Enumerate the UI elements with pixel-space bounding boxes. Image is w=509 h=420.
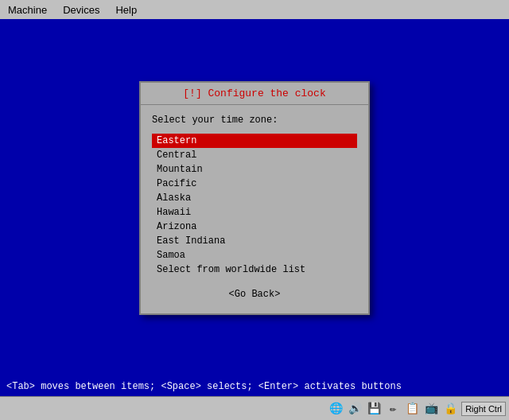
taskbar-icon-3[interactable]: 💾: [366, 401, 382, 417]
taskbar-icon-6[interactable]: 📺: [423, 401, 439, 417]
dialog-title: [!] Configure the clock: [141, 83, 368, 105]
taskbar-icon-4[interactable]: ✏️: [385, 401, 401, 417]
menubar: Machine Devices Help: [0, 0, 509, 19]
taskbar: 🌐 🔊 💾 ✏️ 📋 📺 🔒 Right Ctrl: [0, 396, 509, 420]
taskbar-icon-2[interactable]: 🔊: [347, 401, 363, 417]
taskbar-icon-5[interactable]: 📋: [404, 401, 420, 417]
menu-help[interactable]: Help: [111, 2, 142, 18]
timezone-item-2[interactable]: Mountain: [152, 162, 357, 177]
timezone-item-0[interactable]: Eastern: [152, 134, 357, 148]
dialog-prompt: Select your time zone:: [152, 115, 357, 126]
statusbar-text: <Tab> moves between items; <Space> selec…: [6, 381, 402, 392]
statusbar: <Tab> moves between items; <Space> selec…: [0, 377, 509, 396]
timezone-item-4[interactable]: Alaska: [152, 191, 357, 205]
taskbar-icon-7[interactable]: 🔒: [442, 401, 458, 417]
go-back-button[interactable]: <Go Back>: [223, 287, 287, 301]
menu-machine[interactable]: Machine: [3, 2, 52, 18]
right-ctrl-label: Right Ctrl: [461, 402, 506, 416]
menu-devices[interactable]: Devices: [58, 2, 104, 18]
timezone-item-5[interactable]: Hawaii: [152, 205, 357, 220]
timezone-item-1[interactable]: Central: [152, 148, 357, 162]
go-back-area: <Go Back>: [152, 286, 357, 301]
timezone-item-6[interactable]: Arizona: [152, 220, 357, 234]
timezone-item-8[interactable]: Samoa: [152, 248, 357, 262]
timezone-item-9[interactable]: Select from worldwide list: [152, 262, 357, 277]
timezone-item-7[interactable]: East Indiana: [152, 234, 357, 248]
timezone-list: EasternCentralMountainPacificAlaskaHawai…: [152, 134, 357, 277]
dialog-body: Select your time zone: EasternCentralMou…: [141, 105, 368, 313]
taskbar-icon-1[interactable]: 🌐: [328, 401, 344, 417]
main-area: [!] Configure the clock Select your time…: [0, 19, 509, 377]
configure-clock-dialog: [!] Configure the clock Select your time…: [139, 81, 370, 315]
timezone-item-3[interactable]: Pacific: [152, 177, 357, 191]
